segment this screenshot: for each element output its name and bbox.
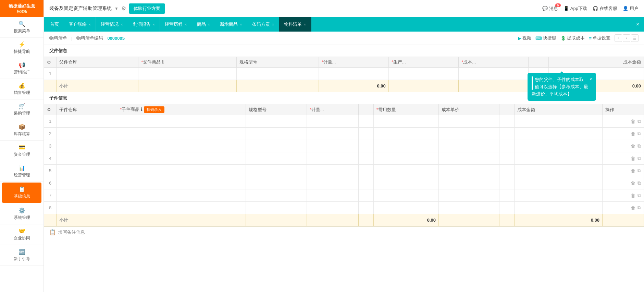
child-row-6-unit-cost[interactable] xyxy=(439,177,499,189)
delete-icon-4[interactable]: 🗑 xyxy=(631,156,635,161)
parent-row-1-warehouse[interactable] xyxy=(57,68,138,80)
child-row-5-unit[interactable] xyxy=(307,165,358,177)
child-row-8-goods[interactable] xyxy=(117,202,246,214)
delete-icon-5[interactable]: 🗑 xyxy=(631,168,635,174)
tab-customer-close-icon[interactable]: × xyxy=(89,22,91,26)
child-row-1-warehouse[interactable] xyxy=(57,115,117,128)
child-row-5-spec[interactable] xyxy=(246,165,307,177)
copy-icon-8[interactable]: ⧉ xyxy=(637,205,641,211)
tab-bom[interactable]: 物料清单 × xyxy=(279,17,311,32)
child-row-5-goods[interactable] xyxy=(117,165,246,177)
tab-goods[interactable]: 商品 × xyxy=(192,17,215,32)
child-row-4-goods[interactable] xyxy=(117,152,246,165)
child-row-3-goods[interactable] xyxy=(117,140,246,152)
child-row-4-warehouse[interactable] xyxy=(57,152,117,165)
sidebar-item-enterprise[interactable]: 🤝 企业协同 xyxy=(0,224,44,245)
tab-profit-close-icon[interactable]: × xyxy=(153,22,155,26)
child-row-3-warehouse[interactable] xyxy=(57,140,117,152)
child-row-1-spec[interactable] xyxy=(246,115,307,128)
child-row-1-unit-cost[interactable] xyxy=(439,115,499,128)
child-row-4-unit[interactable] xyxy=(307,152,358,165)
child-row-7-quantity[interactable] xyxy=(373,189,438,202)
child-row-2-goods[interactable] xyxy=(117,128,246,140)
child-row-3-unit[interactable] xyxy=(307,140,358,152)
tab-operation-close-icon[interactable]: × xyxy=(121,22,123,26)
parent-row-1-spec[interactable] xyxy=(237,68,319,80)
copy-icon-5[interactable]: ⧉ xyxy=(637,168,641,174)
child-col-gear[interactable]: ⚙ xyxy=(44,104,57,115)
sidebar-item-inventory[interactable]: 📦 库存核算 xyxy=(0,120,44,141)
child-row-2-spec[interactable] xyxy=(246,128,307,140)
child-row-2-warehouse[interactable] xyxy=(57,128,117,140)
child-row-1-goods[interactable] xyxy=(117,115,246,128)
user-avatar[interactable]: 👤 用户 xyxy=(623,5,639,12)
sidebar-item-operation-mgmt[interactable]: 📊 经营管理 xyxy=(0,161,44,182)
tab-new-goods[interactable]: 新增商品 × xyxy=(215,17,247,32)
prev-arrow[interactable]: ‹ xyxy=(615,34,622,42)
child-row-4-unit-cost[interactable] xyxy=(439,152,499,165)
child-row-5-warehouse[interactable] xyxy=(57,165,117,177)
child-row-7-goods[interactable] xyxy=(117,189,246,202)
sidebar-item-basic-info[interactable]: 📋 基础信息 xyxy=(2,183,41,203)
delete-icon-8[interactable]: 🗑 xyxy=(631,205,635,211)
child-row-8-spec[interactable] xyxy=(246,202,307,214)
child-row-1-unit[interactable] xyxy=(307,115,358,128)
child-row-6-unit[interactable] xyxy=(307,177,358,189)
copy-icon-2[interactable]: ⧉ xyxy=(637,131,641,137)
settings-action[interactable]: ≡ 单据设置 xyxy=(589,35,610,41)
message-button[interactable]: 💬 消息 6 xyxy=(542,5,558,12)
tooltip-close-button[interactable]: × xyxy=(590,76,592,83)
child-row-2-unit[interactable] xyxy=(307,128,358,140)
child-row-5-unit-cost[interactable] xyxy=(439,165,499,177)
tab-bom-close-icon[interactable]: × xyxy=(304,22,306,26)
child-row-7-unit[interactable] xyxy=(307,189,358,202)
child-row-6-quantity[interactable] xyxy=(373,177,438,189)
copy-icon-6[interactable]: ⧉ xyxy=(637,180,641,186)
tab-customer[interactable]: 客户联络 × xyxy=(64,17,96,32)
child-row-2-unit-cost[interactable] xyxy=(439,128,499,140)
menu-arrow[interactable]: ☰ xyxy=(631,34,639,42)
parent-row-1-goods[interactable] xyxy=(138,68,237,80)
child-row-3-quantity[interactable] xyxy=(373,140,438,152)
sidebar-item-quick-nav[interactable]: ⚡ 快捷导航 xyxy=(0,38,44,58)
delete-icon-6[interactable]: 🗑 xyxy=(631,180,635,186)
parent-row-1-unit[interactable] xyxy=(319,68,388,80)
copy-icon-3[interactable]: ⧉ xyxy=(637,143,641,149)
sidebar-item-purchase[interactable]: 🛒 采购管理 xyxy=(0,100,44,120)
tab-history[interactable]: 经营历程 × xyxy=(160,17,192,32)
child-row-4-quantity[interactable] xyxy=(373,152,438,165)
child-row-8-quantity[interactable] xyxy=(373,202,438,214)
child-row-8-unit[interactable] xyxy=(307,202,358,214)
child-row-3-unit-cost[interactable] xyxy=(439,140,499,152)
tab-operation[interactable]: 经营情况 × xyxy=(96,17,128,32)
child-row-5-quantity[interactable] xyxy=(373,165,438,177)
child-row-3-spec[interactable] xyxy=(246,140,307,152)
parent-row-1-produce[interactable] xyxy=(388,68,458,80)
dropdown-arrow-icon[interactable]: ▼ xyxy=(114,6,119,11)
sidebar-item-finance[interactable]: 💳 资金管理 xyxy=(0,141,44,161)
delete-icon-3[interactable]: 🗑 xyxy=(631,143,635,149)
delete-icon-7[interactable]: 🗑 xyxy=(631,193,635,198)
child-row-6-goods[interactable] xyxy=(117,177,246,189)
tab-barcode-close-icon[interactable]: × xyxy=(272,22,274,26)
child-row-1-quantity[interactable] xyxy=(373,115,438,128)
copy-icon-4[interactable]: ⧉ xyxy=(637,155,641,161)
sidebar-item-sales[interactable]: 💰 销售管理 xyxy=(0,79,44,100)
copy-icon-1[interactable]: ⧉ xyxy=(637,118,641,124)
child-row-7-spec[interactable] xyxy=(246,189,307,202)
online-service-button[interactable]: 🎧 在线客服 xyxy=(593,5,617,12)
cost-action[interactable]: 💲 提取成本 xyxy=(560,35,585,41)
app-download-button[interactable]: 📱 App下载 xyxy=(564,5,587,12)
tab-history-close-icon[interactable]: × xyxy=(185,22,187,26)
tab-goods-close-icon[interactable]: × xyxy=(208,22,210,26)
tabbar-close-button[interactable]: × xyxy=(633,21,643,27)
tab-barcode[interactable]: 条码方案 × xyxy=(247,17,279,32)
sidebar-item-marketing[interactable]: 📢 营销推广 xyxy=(0,58,44,79)
next-arrow[interactable]: › xyxy=(623,34,630,42)
delete-icon-2[interactable]: 🗑 xyxy=(631,131,635,137)
child-row-4-spec[interactable] xyxy=(246,152,307,165)
sidebar-item-system[interactable]: ⚙️ 系统管理 xyxy=(0,204,44,224)
parent-col-gear[interactable]: ⚙ xyxy=(44,57,57,68)
parent-row-1-cost[interactable] xyxy=(459,68,529,80)
trial-button[interactable]: 体验行业方案 xyxy=(129,3,165,14)
